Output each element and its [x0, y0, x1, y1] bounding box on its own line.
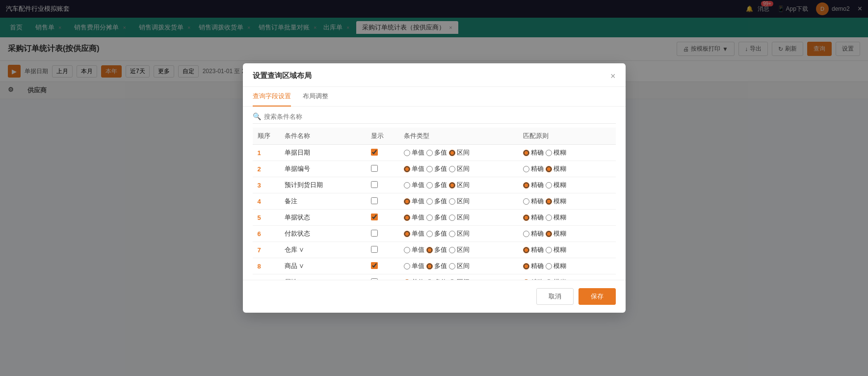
dialog-close-button[interactable]: ×: [610, 72, 616, 81]
overlay: 设置查询区域布局 × 查询字段设置 布局调整 🔍 顺序 条件名称 显示: [0, 0, 868, 99]
dialog-tabs: 查询字段设置 布局调整: [243, 87, 626, 99]
tab-layout[interactable]: 布局调整: [303, 87, 328, 99]
settings-dialog: 设置查询区域布局 × 查询字段设置 布局调整 🔍 顺序 条件名称 显示: [243, 63, 626, 99]
tab-query-fields[interactable]: 查询字段设置: [253, 87, 291, 99]
dialog-header: 设置查询区域布局 ×: [243, 63, 626, 87]
dialog-title: 设置查询区域布局: [253, 71, 312, 81]
